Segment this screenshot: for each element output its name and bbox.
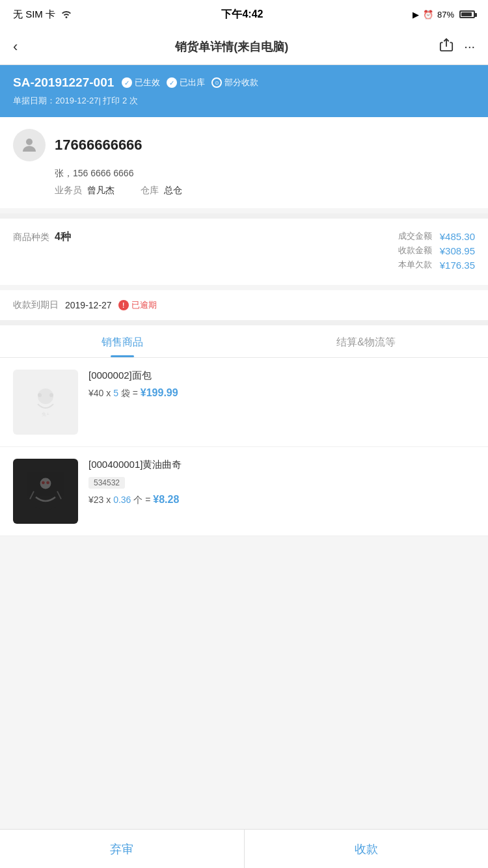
svg-point-0	[26, 139, 33, 145]
pay-label: 收款金额	[398, 245, 432, 256]
deal-label: 成交金额	[398, 230, 432, 242]
svg-point-7	[42, 481, 45, 484]
summary-section: 商品种类 4种 成交金额 ¥485.30 收款金额 ¥308.95 本单欠款 ¥…	[0, 219, 488, 285]
deal-amount-row: 成交金额 ¥485.30	[398, 230, 475, 242]
wifi-icon	[61, 9, 72, 20]
price-x-2: x	[106, 495, 113, 505]
customer-row: 17666666666	[13, 129, 475, 161]
collect-payment-button[interactable]: 收款	[245, 830, 489, 868]
badge-shipped: ✓ 已出库	[167, 77, 205, 88]
price-total-2: ¥8.28	[153, 494, 179, 505]
svg-point-2	[38, 393, 42, 397]
customer-staff: 业务员 曾凡杰 仓库 总仓	[13, 185, 475, 197]
cancel-review-label: 弃审	[110, 841, 133, 857]
badge-effective: ✓ 已生效	[122, 77, 160, 88]
status-left: 无 SIM 卡	[13, 8, 72, 21]
cancel-review-button[interactable]: 弃审	[0, 830, 245, 868]
pay-amount-row: 收款金额 ¥308.95	[398, 245, 475, 256]
price-qty-1: 5	[113, 388, 118, 398]
tab-sales-label: 销售商品	[102, 336, 143, 347]
carrier-text: 无 SIM 卡	[13, 8, 55, 21]
status-time: 下午4:42	[221, 8, 263, 21]
nav-actions: ···	[439, 38, 475, 55]
warehouse-label: 仓库	[141, 185, 159, 197]
status-right: ▶ ⏰ 87%	[413, 10, 475, 20]
status-bar: 无 SIM 卡 下午4:42 ▶ ⏰ 87%	[0, 0, 488, 29]
bottom-spacer	[0, 536, 488, 582]
product-price-1: ¥40 x 5 袋 = ¥199.99	[88, 387, 475, 400]
check-icon-1: ✓	[122, 77, 132, 88]
product-name-1: [0000002]面包	[88, 370, 475, 382]
price-x-1: x	[106, 388, 113, 398]
tabs-bar: 销售商品 结算&物流等	[0, 325, 488, 358]
badge-effective-label: 已生效	[135, 77, 160, 88]
due-section: 收款到期日 2019-12-27 ! 已逾期	[0, 290, 488, 320]
header-card: SA-20191227-001 ✓ 已生效 ✓ 已出库 ⊙ 部分收款 单据日期：…	[0, 65, 488, 117]
order-id: SA-20191227-001	[13, 75, 114, 90]
types-value: 4种	[55, 230, 71, 244]
tab-settlement[interactable]: 结算&物流等	[244, 325, 488, 357]
svg-text:兔+: 兔+	[42, 411, 49, 417]
owe-value: ¥176.35	[440, 260, 475, 271]
back-button[interactable]: ‹	[13, 38, 18, 55]
staff-value: 曾凡杰	[87, 185, 115, 197]
battery-icon	[459, 10, 475, 18]
product-info-1: [0000002]面包 ¥40 x 5 袋 = ¥199.99	[88, 370, 475, 400]
price-total-1: ¥199.99	[141, 387, 178, 398]
pay-value: ¥308.95	[440, 245, 475, 256]
more-icon[interactable]: ···	[464, 39, 475, 54]
overdue-icon: !	[118, 300, 129, 310]
badge-partial-label: 部分收款	[224, 77, 258, 88]
due-date: 2019-12-27	[65, 300, 112, 310]
price-unit-2: ¥23	[88, 495, 103, 505]
customer-section: 17666666666 张，156 6666 6666 业务员 曾凡杰 仓库 总…	[0, 117, 488, 208]
badge-shipped-label: 已出库	[180, 77, 205, 88]
product-thumb-1: 兔+	[13, 370, 78, 435]
svg-point-8	[46, 481, 49, 484]
price-qty-2: 0.36	[113, 495, 131, 505]
product-types: 商品种类 4种	[13, 230, 71, 244]
staff-item-warehouse: 仓库 总仓	[141, 185, 182, 197]
customer-sub: 张，156 6666 6666	[13, 168, 475, 180]
product-thumb-2	[13, 459, 78, 524]
header-top: SA-20191227-001 ✓ 已生效 ✓ 已出库 ⊙ 部分收款	[13, 75, 475, 90]
owe-label: 本单欠款	[398, 259, 432, 271]
badge-partial: ⊙ 部分收款	[211, 77, 258, 88]
meta-date-label: 单据日期：	[13, 96, 55, 105]
price-unit-name-1: 袋	[121, 388, 130, 398]
alarm-icon: ⏰	[423, 10, 433, 20]
price-eq-1: =	[133, 388, 141, 398]
nav-bar: ‹ 销货单详情(来自电脑) ···	[0, 29, 488, 65]
svg-point-6	[40, 478, 51, 489]
product-tag-2: 534532	[88, 477, 125, 489]
owe-amount-row: 本单欠款 ¥176.35	[398, 259, 475, 271]
staff-item-salesperson: 业务员 曾凡杰	[55, 185, 115, 197]
divider-1	[0, 213, 488, 219]
price-unit-name-2: 个	[133, 495, 142, 505]
divider-2	[0, 320, 488, 325]
due-label: 收款到期日	[13, 299, 59, 311]
badges: ✓ 已生效 ✓ 已出库 ⊙ 部分收款	[122, 77, 258, 88]
types-label: 商品种类	[13, 232, 49, 243]
battery-percent: 87%	[437, 10, 454, 20]
collect-payment-label: 收款	[355, 841, 378, 857]
summary-right: 成交金额 ¥485.30 收款金额 ¥308.95 本单欠款 ¥176.35	[398, 230, 475, 273]
product-name-2: [000400001]黄油曲奇	[88, 459, 475, 471]
summary-left: 商品种类 4种	[13, 230, 71, 244]
overdue-badge: ! 已逾期	[118, 299, 157, 311]
tab-settlement-label: 结算&物流等	[336, 336, 396, 347]
nav-title: 销货单详情(来自电脑)	[24, 39, 439, 55]
header-meta: 单据日期：2019-12-27| 打印 2 次	[13, 95, 475, 107]
meta-print: | 打印 2 次	[99, 96, 138, 105]
warehouse-value: 总仓	[164, 185, 182, 197]
location-icon: ▶	[413, 10, 419, 20]
bottom-bar: 弃审 收款	[0, 829, 488, 868]
share-icon[interactable]	[439, 38, 454, 55]
product-price-2: ¥23 x 0.36 个 = ¥8.28	[88, 494, 475, 506]
overdue-text: 已逾期	[131, 299, 157, 311]
product-item: 兔+ [0000002]面包 ¥40 x 5 袋 = ¥199.99	[0, 358, 488, 447]
price-eq-2: =	[145, 495, 153, 505]
avatar	[13, 129, 46, 161]
svg-point-3	[49, 393, 53, 397]
tab-sales-products[interactable]: 销售商品	[0, 325, 244, 357]
